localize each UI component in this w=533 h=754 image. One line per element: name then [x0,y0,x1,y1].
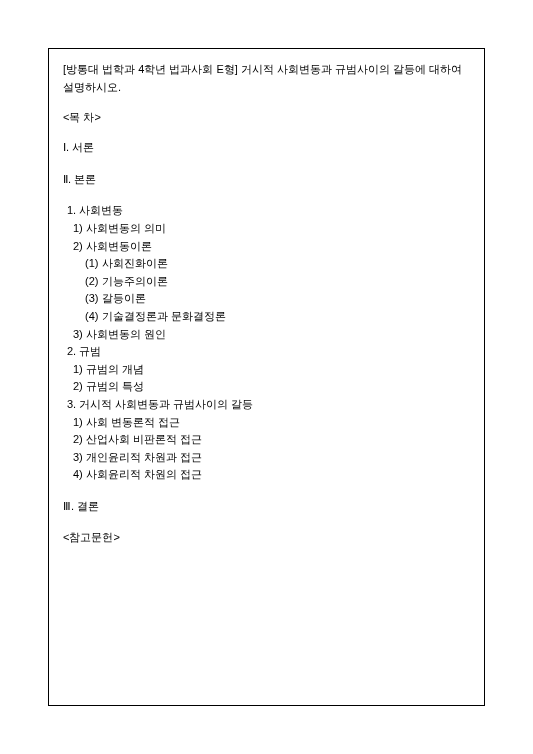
section-body-heading: Ⅱ. 본론 [63,171,470,189]
toc-item-1-2-4: (4) 기술결정론과 문화결정론 [85,308,470,326]
toc-item-1-3: 3) 사회변동의 원인 [73,326,470,344]
toc-item-1: 1. 사회변동 [67,202,470,220]
toc-item-3-4: 4) 사회윤리적 차원의 접근 [73,466,470,484]
references-heading: <참고문헌> [63,529,470,547]
page-border: [방통대 법학과 4학년 법과사회 E형] 거시적 사회변동과 규범사이의 갈등… [48,48,485,706]
spacer [63,484,470,498]
toc-item-2-1: 1) 규범의 개념 [73,361,470,379]
toc-item-1-1: 1) 사회변동의 의미 [73,220,470,238]
toc-item-1-2: 2) 사회변동이론 [73,238,470,256]
toc-item-1-2-1: (1) 사회진화이론 [85,255,470,273]
toc-item-3-1: 1) 사회 변동론적 접근 [73,414,470,432]
toc-item-3: 3. 거시적 사회변동과 규범사이의 갈등 [67,396,470,414]
section-intro: Ⅰ. 서론 [63,139,470,157]
toc-item-2-2: 2) 규범의 특성 [73,378,470,396]
section-conclusion: Ⅲ. 결론 [63,498,470,516]
document-title: [방통대 법학과 4학년 법과사회 E형] 거시적 사회변동과 규범사이의 갈등… [63,61,470,96]
toc-item-3-3: 3) 개인윤리적 차원과 접근 [73,449,470,467]
toc-item-1-2-2: (2) 기능주의이론 [85,273,470,291]
toc-item-2: 2. 규범 [67,343,470,361]
toc-header: <목 차> [63,110,470,125]
toc-item-1-2-3: (3) 갈등이론 [85,290,470,308]
toc-item-3-2: 2) 산업사회 비판론적 접근 [73,431,470,449]
